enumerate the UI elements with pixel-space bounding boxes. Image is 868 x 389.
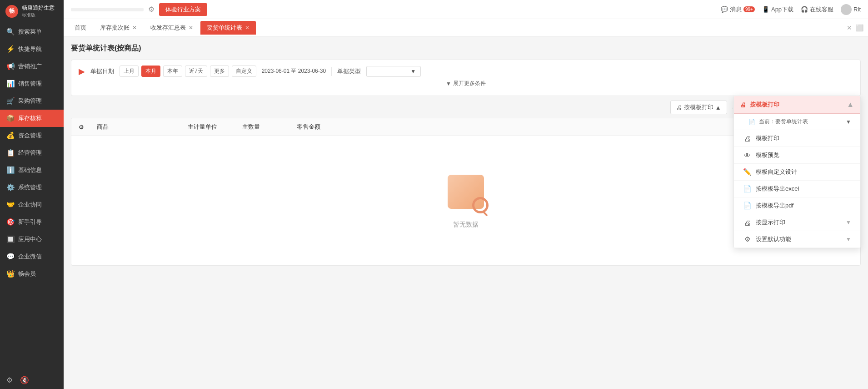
- sidebar-item-inventory[interactable]: 📦 库存核算: [0, 110, 64, 127]
- dropdown-current-template[interactable]: 📄 当前：要货单统计表 ▼: [734, 114, 860, 130]
- basic-icon: ℹ️: [6, 166, 15, 174]
- dropdown-item-template-pdf[interactable]: 📄 按模板导出pdf: [734, 197, 860, 214]
- quick-nav-icon: ⚡: [6, 45, 15, 53]
- dropdown-item-template-excel[interactable]: 📄 按模板导出excel: [734, 181, 860, 197]
- sidebar-item-weixin[interactable]: 💬 企业微信: [0, 248, 64, 265]
- template-preview-label: 模板预览: [756, 151, 779, 159]
- tab-expand-window-icon[interactable]: ⬜: [856, 24, 863, 31]
- user-avatar: [841, 4, 852, 15]
- default-func-arrow: ▼: [846, 236, 851, 242]
- sidebar-item-corp[interactable]: 🤝 企业协同: [0, 196, 64, 213]
- sidebar-footer: ⚙ 🔇: [0, 371, 64, 389]
- sidebar-item-operation[interactable]: 📋 经营管理: [0, 144, 64, 162]
- online-service-item[interactable]: 🎧 在线客服: [801, 5, 833, 14]
- settings-footer-icon[interactable]: ⚙: [6, 376, 13, 384]
- date-btn-current-month[interactable]: 本月: [141, 66, 160, 77]
- topbar-settings-icon[interactable]: ⚙: [148, 5, 155, 14]
- sidebar-item-label: 企业微信: [18, 253, 42, 261]
- sidebar-item-sales[interactable]: 📊 销售管理: [0, 75, 64, 92]
- message-item[interactable]: 💬 消息 99+: [721, 5, 755, 14]
- dropdown-title: 按模板打印: [750, 101, 779, 109]
- tab-close-window-icon[interactable]: ✕: [847, 24, 852, 31]
- sidebar-item-label: 采购管理: [18, 97, 42, 105]
- sidebar-item-apps[interactable]: 🔲 应用中心: [0, 231, 64, 248]
- headset-icon: 🎧: [801, 6, 808, 13]
- th-settings[interactable]: ⚙: [71, 124, 90, 131]
- dropdown-header: 🖨 按模板打印 ▲: [734, 96, 860, 114]
- sidebar-nav: 🔍 搜索菜单 ⚡ 快捷导航 📢 营销推广 📊 销售管理 🛒 采购管理 📦 库存核…: [0, 23, 64, 371]
- dropdown-item-template-design[interactable]: ✏️ 模板自定义设计: [734, 164, 860, 181]
- logo-badge: 标准版: [22, 12, 55, 18]
- dropdown-close-icon[interactable]: ▲: [847, 101, 854, 109]
- sidebar-logo: 畅 畅康通好生意 标准版: [0, 0, 64, 23]
- date-btn-7days[interactable]: 近7天: [185, 66, 207, 77]
- sidebar-item-label: 系统管理: [18, 183, 42, 192]
- tab-home[interactable]: 首页: [68, 21, 93, 35]
- dropdown-item-template-preview[interactable]: 👁 模板预览: [734, 147, 860, 164]
- print-label: 按模板打印: [684, 103, 713, 111]
- chevron-up-icon: ▲: [715, 104, 721, 111]
- system-icon: ⚙️: [6, 183, 15, 192]
- date-btn-current-year[interactable]: 本年: [163, 66, 182, 77]
- sidebar-item-purchase[interactable]: 🛒 采购管理: [0, 92, 64, 110]
- current-template-label: 当前：要货单统计表: [759, 118, 808, 126]
- sidebar-item-finance[interactable]: 💰 资金管理: [0, 127, 64, 144]
- marketing-icon: 📢: [6, 62, 15, 71]
- filter-expand-icon[interactable]: ▶: [79, 66, 85, 76]
- collect-summary-label: 收发存汇总表: [150, 24, 186, 32]
- home-tab-label: 首页: [75, 24, 86, 32]
- dropdown-item-display-print[interactable]: 🖨 按显示打印 ▼: [734, 214, 860, 231]
- sidebar-item-quick-nav[interactable]: ⚡ 快捷导航: [0, 40, 64, 58]
- sidebar-item-member[interactable]: 👑 畅会员: [0, 265, 64, 283]
- sidebar-item-label: 基础信息: [18, 166, 42, 174]
- sidebar-item-system[interactable]: ⚙️ 系统管理: [0, 179, 64, 196]
- date-btn-more[interactable]: 更多: [210, 66, 229, 77]
- template-preview-icon: 👁: [743, 152, 751, 159]
- logo-name: 畅康通好生意: [22, 5, 55, 12]
- sidebar-item-label: 搜索菜单: [18, 28, 42, 36]
- date-range-display: 2023-06-01 至 2023-06-30: [262, 67, 326, 75]
- user-avatar-item[interactable]: Rit: [841, 4, 861, 15]
- sidebar-item-guide[interactable]: 🎯 新手引导: [0, 213, 64, 231]
- dropdown-item-default-func[interactable]: ⚙ 设置默认功能 ▼: [734, 231, 860, 248]
- expand-more-btn[interactable]: ▼ 展开更多条件: [79, 77, 853, 90]
- date-options: 上月 本月 本年 近7天 更多 自定义: [120, 66, 256, 77]
- trial-industry-button[interactable]: 体验行业方案: [159, 3, 207, 16]
- th-amount: 零售金额: [289, 123, 344, 131]
- tabs-bar: 首页 库存批次账 ✕ 收发存汇总表 ✕ 要货单统计表 ✕ ✕ ⬜: [64, 19, 868, 36]
- tab-close-order-stats[interactable]: ✕: [245, 25, 249, 31]
- finance-icon: 💰: [6, 131, 15, 140]
- sidebar-item-label: 新手引导: [18, 218, 42, 226]
- expand-more-icon: ▼: [446, 81, 451, 87]
- tab-collect-summary[interactable]: 收发存汇总表 ✕: [144, 21, 200, 35]
- tab-close-collect-summary[interactable]: ✕: [189, 25, 193, 31]
- date-btn-custom[interactable]: 自定义: [232, 66, 256, 77]
- date-label: 单据日期: [90, 67, 114, 76]
- tab-close-inventory-batch[interactable]: ✕: [132, 25, 137, 31]
- template-design-icon: ✏️: [743, 168, 751, 176]
- volume-footer-icon[interactable]: 🔇: [20, 376, 29, 384]
- current-template-arrow: ▼: [846, 119, 851, 125]
- sidebar-item-label: 资金管理: [18, 131, 42, 140]
- search-icon: 🔍: [6, 28, 15, 36]
- empty-text: 暂无数据: [453, 221, 479, 229]
- dropdown-item-template-print[interactable]: 🖨 模板打印: [734, 130, 860, 147]
- print-template-button[interactable]: 🖨 按模板打印 ▲: [670, 101, 727, 114]
- tab-order-stats[interactable]: 要货单统计表 ✕: [200, 21, 256, 35]
- template-excel-label: 按模板导出excel: [756, 185, 799, 193]
- template-print-label: 模板打印: [756, 134, 779, 142]
- guide-icon: 🎯: [6, 218, 15, 226]
- app-download-item[interactable]: 📱 App下载: [762, 5, 793, 14]
- sidebar-item-basic[interactable]: ℹ️ 基础信息: [0, 162, 64, 179]
- inventory-batch-label: 库存批次账: [100, 24, 130, 32]
- sidebar-item-marketing[interactable]: 📢 营销推广: [0, 58, 64, 75]
- message-label: 消息: [730, 5, 742, 14]
- template-print-icon: 🖨: [743, 135, 751, 142]
- sidebar-item-search[interactable]: 🔍 搜索菜单: [0, 23, 64, 40]
- template-print-dropdown: 🖨 按模板打印 ▲ 📄 当前：要货单统计表 ▼ 🖨 模板打印 👁 模板预览: [733, 96, 861, 248]
- doc-type-select[interactable]: ▼: [366, 66, 421, 77]
- date-btn-last-month[interactable]: 上月: [120, 66, 139, 77]
- tab-inventory-batch[interactable]: 库存批次账 ✕: [94, 21, 143, 35]
- filter-divider: [331, 67, 332, 76]
- template-design-label: 模板自定义设计: [756, 168, 797, 176]
